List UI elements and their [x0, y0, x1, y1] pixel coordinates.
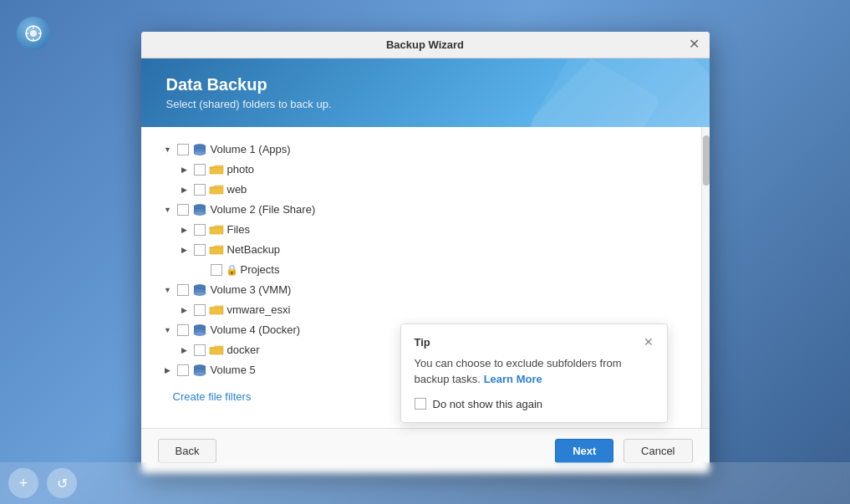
window-title: Backup Wizard [386, 38, 464, 51]
tree-item-vol3[interactable]: Volume 3 (VMM) [158, 280, 685, 300]
learn-more-link[interactable]: Learn More [484, 373, 542, 385]
footer-right-buttons: Next Cancel [555, 439, 692, 463]
checkbox-vol3[interactable] [177, 284, 189, 296]
checkbox-vol4[interactable] [177, 324, 189, 336]
expand-arrow-vol3[interactable] [162, 284, 174, 296]
expand-arrow-vol2[interactable] [162, 204, 174, 216]
do-not-show-label: Do not show this again [433, 398, 543, 410]
expand-arrow-vol1[interactable] [162, 144, 174, 155]
tip-checkbox-row: Do not show this again [415, 398, 654, 410]
tree-label-vol1: Volume 1 (Apps) [211, 143, 291, 155]
checkbox-vol1[interactable] [177, 144, 189, 155]
header-subtitle: Select (shared) folders to back up. [166, 98, 685, 110]
folder-icon-docker [209, 344, 224, 356]
tip-title: Tip [415, 336, 430, 349]
tree-label-netbackup: NetBackup [227, 243, 281, 256]
expand-arrow-files[interactable] [179, 224, 191, 236]
tree-label-files: Files [227, 223, 250, 236]
tree-item-files[interactable]: Files [158, 220, 685, 240]
checkbox-vol2[interactable] [177, 204, 189, 216]
next-button[interactable]: Next [555, 439, 613, 463]
close-button[interactable]: ✕ [688, 38, 701, 51]
folder-icon-vmware [209, 304, 224, 316]
tree-item-netbackup[interactable]: NetBackup [158, 240, 685, 260]
expand-arrow-web[interactable] [179, 184, 191, 196]
svg-point-30 [194, 371, 206, 375]
checkbox-docker[interactable] [194, 344, 206, 356]
volume-icon-vol1 [192, 144, 207, 155]
expand-arrow-netbackup[interactable] [179, 244, 191, 256]
tree-item-vmware[interactable]: vmware_esxi [158, 300, 685, 320]
tree-label-vmware: vmware_esxi [227, 303, 291, 316]
svg-point-20 [194, 291, 206, 295]
create-file-filters-link[interactable]: Create file filters [165, 390, 252, 403]
volume-icon-vol3 [192, 284, 207, 296]
tree-label-vol5: Volume 5 [211, 364, 256, 376]
taskbar: + ↺ [0, 462, 850, 504]
tree-label-vol4: Volume 4 (Docker) [211, 323, 301, 336]
header-title: Data Backup [166, 75, 685, 94]
expand-arrow-vmware[interactable] [179, 304, 191, 316]
tip-header: Tip ✕ [415, 336, 654, 349]
expand-arrow-docker[interactable] [179, 344, 191, 356]
tree-label-docker: docker [227, 344, 260, 356]
expand-arrow-photo[interactable] [179, 164, 191, 176]
tip-popup: Tip ✕ You can choose to exclude subfolde… [400, 323, 668, 423]
tree-item-vol2[interactable]: Volume 2 (File Share) [158, 200, 685, 220]
title-bar: Backup Wizard ✕ [141, 32, 710, 59]
checkbox-photo[interactable] [194, 164, 206, 176]
header-banner: Data Backup Select (shared) folders to b… [141, 59, 710, 127]
svg-point-15 [194, 211, 206, 215]
folder-icon-web [209, 184, 224, 196]
checkbox-vol5[interactable] [177, 364, 189, 376]
tree-label-vol3: Volume 3 (VMM) [211, 283, 292, 296]
tree-label-projects: Projects [241, 263, 280, 276]
history-icon: ↺ [57, 476, 68, 491]
tree-item-projects[interactable]: 🔒 Projects [158, 260, 685, 280]
cancel-button[interactable]: Cancel [624, 439, 692, 463]
tree-label-photo: photo [227, 163, 255, 176]
back-button[interactable]: Back [158, 439, 217, 463]
backup-wizard-window: Backup Wizard ✕ Data Backup Select (shar… [141, 32, 710, 473]
folder-icon-files [209, 224, 224, 236]
folder-icon-netbackup [209, 244, 224, 256]
checkbox-files[interactable] [194, 224, 206, 236]
do-not-show-checkbox[interactable] [415, 398, 426, 410]
expand-arrow-vol4[interactable] [162, 324, 174, 336]
checkbox-projects[interactable] [211, 264, 222, 276]
tree-label-vol2: Volume 2 (File Share) [211, 203, 316, 216]
checkbox-netbackup[interactable] [194, 244, 206, 256]
taskbar-history-button[interactable]: ↺ [47, 468, 77, 498]
svg-point-25 [194, 331, 206, 335]
svg-point-10 [194, 150, 206, 155]
taskbar-add-button[interactable]: + [8, 468, 38, 498]
expand-arrow-vol5[interactable] [162, 364, 174, 376]
folder-icon-photo [209, 164, 224, 176]
scrollbar-track[interactable] [701, 127, 710, 428]
tree-item-vol1[interactable]: Volume 1 (Apps) [158, 140, 685, 160]
tip-body: You can choose to exclude subfolders fro… [415, 355, 654, 388]
volume-icon-vol4 [192, 324, 207, 336]
add-icon: + [19, 475, 28, 492]
checkbox-web[interactable] [194, 184, 206, 196]
volume-icon-vol2 [192, 204, 207, 216]
desktop: Backup Wizard ✕ Data Backup Select (shar… [0, 0, 850, 504]
tree-item-web[interactable]: web [158, 180, 685, 200]
scrollbar-thumb[interactable] [703, 135, 710, 186]
tree-item-photo[interactable]: photo [158, 160, 685, 180]
lock-icon: 🔒 [226, 264, 238, 276]
checkbox-vmware[interactable] [194, 304, 206, 316]
modal-overlay: Backup Wizard ✕ Data Backup Select (shar… [0, 0, 850, 504]
volume-icon-vol5 [192, 364, 207, 376]
tip-close-button[interactable]: ✕ [644, 336, 654, 348]
tree-label-web: web [227, 183, 247, 196]
